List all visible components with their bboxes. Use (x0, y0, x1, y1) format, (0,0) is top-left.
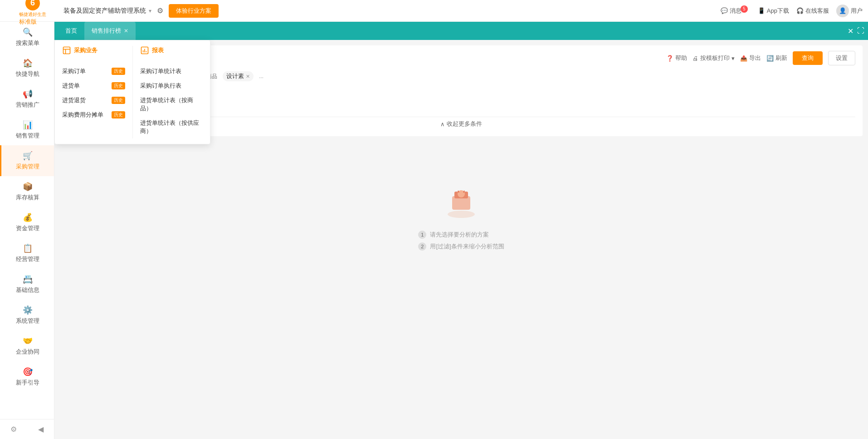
sidebar-item-finance[interactable]: 💰 资金管理 (0, 207, 54, 238)
app-download-btn[interactable]: 📱 App下载 (758, 7, 789, 15)
sidebar-item-guide[interactable]: 🎯 新手引导 (0, 361, 54, 392)
industry-btn[interactable]: 体验行业方案 (169, 4, 219, 18)
sidebar-settings-btn[interactable]: ⚙ (10, 425, 17, 434)
sidebar-label-finance: 资金管理 (16, 224, 39, 232)
sidebar-label-marketing: 营销推广 (16, 101, 39, 109)
sidebar-label-guide: 新手引导 (16, 379, 39, 387)
tab-close-all-btn[interactable]: ✕ (848, 27, 853, 35)
sidebar-item-basic-info[interactable]: 📇 基础信息 (0, 269, 54, 300)
finance-icon: 💰 (23, 212, 33, 222)
logo-icon: 6 (25, 0, 40, 10)
dropdown-item-report-3[interactable]: 进货单统计表（按商品） (140, 93, 203, 116)
sidebar-item-sales[interactable]: 📊 销售管理 (0, 114, 54, 145)
svg-point-0 (448, 211, 475, 218)
header-right: 💬 消息 5 📱 App下载 🎧 在线客服 👤 用户 (721, 5, 863, 17)
dropdown-item-report-1[interactable]: 采购订单统计表 (140, 64, 203, 79)
top-header: 6 畅捷通好生意标准版 装备及固定资产辅助管理系统 ▾ ⚙ 体验行业方案 💬 消… (0, 0, 868, 22)
search-icon: 🔍 (23, 27, 33, 37)
print-dropdown-icon: ▾ (731, 55, 735, 62)
dropdown-item-goods-in[interactable]: 进货单 历史 (62, 79, 125, 93)
sidebar-item-purchase[interactable]: 🛒 采购管理 (0, 145, 54, 176)
dropdown-item-purchase-expense[interactable]: 采购费用分摊单 历史 (62, 108, 125, 122)
hist-tag-goods-return: 历史 (112, 97, 125, 104)
sidebar-label-nav: 快捷导航 (16, 70, 39, 78)
tab-sales-rank[interactable]: 销售排行榜 ✕ (84, 22, 136, 40)
main-layout: 🔍 搜索菜单 🏠 快捷导航 📢 营销推广 📊 销售管理 🛒 采购管理 📦 库存核… (0, 22, 868, 439)
sidebar-label-sales: 销售管理 (16, 132, 39, 140)
sidebar-item-system[interactable]: ⚙️ 系统管理 (0, 300, 54, 330)
export-icon: 📤 (740, 55, 747, 62)
goods-more-link[interactable]: ... (259, 73, 263, 79)
sidebar-item-collab[interactable]: 🤝 企业协同 (0, 330, 54, 361)
sidebar-item-inventory[interactable]: 📦 库存核算 (0, 176, 54, 207)
empty-tip-2: 2 用[过滤]条件来缩小分析范围 (418, 242, 504, 251)
tip-num-1: 1 (418, 231, 426, 239)
inventory-icon: 📦 (23, 182, 33, 192)
report-col: 报表 采购订单统计表 采购订单执行表 进货单统计表（按商品） 进货单统计表（按供… (132, 46, 210, 138)
home-icon: 🏠 (23, 58, 33, 68)
dropdown-item-goods-return[interactable]: 进货退货 历史 (62, 93, 125, 108)
purchase-dropdown-menu: 采购业务 采购订单 历史 进货单 历史 进货退货 历史 采购费用分摊单 历史 (54, 40, 210, 144)
tab-home[interactable]: 首页 (58, 22, 84, 40)
collab-icon: 🤝 (23, 336, 33, 346)
hist-tag-purchase-order: 历史 (112, 68, 125, 75)
sidebar-label-inventory: 库存核算 (16, 193, 39, 202)
purchase-business-title: 采购业务 (62, 46, 125, 59)
sidebar-item-marketing[interactable]: 📢 营销推广 (0, 84, 54, 114)
operations-icon: 📋 (23, 243, 33, 253)
basic-info-icon: 📇 (23, 274, 33, 284)
settings-btn[interactable]: 设置 (828, 51, 855, 65)
message-icon: 💬 (721, 7, 728, 14)
sidebar-item-search[interactable]: 🔍 搜索菜单 (0, 22, 54, 53)
help-btn[interactable]: ❓ 帮助 (666, 54, 687, 62)
purchase-icon: 🛒 (23, 151, 33, 161)
report-title: 报表 (140, 46, 203, 59)
logo-tagline: 畅捷通好生意标准版 (19, 11, 46, 26)
refresh-btn[interactable]: 🔄 刷新 (766, 54, 787, 62)
refresh-icon: 🔄 (766, 55, 774, 62)
tab-bar: 首页 销售排行榜 ✕ ✕ ⛶ (54, 22, 868, 40)
query-btn[interactable]: 查询 (793, 51, 823, 65)
sidebar-item-operations[interactable]: 📋 经营管理 (0, 238, 54, 269)
message-btn[interactable]: 💬 消息 5 (721, 7, 751, 15)
export-btn[interactable]: 📤 导出 (740, 54, 761, 62)
sidebar: 🔍 搜索菜单 🏠 快捷导航 📢 营销推广 📊 销售管理 🛒 采购管理 📦 库存核… (0, 22, 54, 439)
empty-tips: 1 请先选择要分析的方案 2 用[过滤]条件来缩小分析范围 (418, 231, 504, 251)
system-icon: ⚙️ (23, 305, 33, 315)
sidebar-item-nav[interactable]: 🏠 快捷导航 (0, 53, 54, 84)
tab-close-btn[interactable]: ✕ (124, 28, 128, 34)
tab-expand-btn[interactable]: ⛶ (857, 27, 864, 35)
phone-icon: 📱 (758, 7, 765, 14)
tip-num-2: 2 (418, 242, 426, 251)
dropdown-item-purchase-order[interactable]: 采购订单 历史 (62, 64, 125, 79)
empty-illustration (439, 178, 484, 223)
system-title-dropdown[interactable]: ▾ (149, 8, 151, 14)
dropdown-item-report-4[interactable]: 进货单统计表（按供应商） (140, 116, 203, 138)
avatar: 👤 (836, 5, 849, 17)
goods-tag: 设计素 ✕ (223, 71, 254, 81)
sidebar-label-basic-info: 基础信息 (16, 286, 39, 294)
online-service-btn[interactable]: 🎧 在线客服 (796, 7, 829, 15)
sidebar-label-purchase: 采购管理 (16, 163, 39, 171)
system-settings-icon[interactable]: ⚙ (157, 6, 163, 15)
tab-bar-actions: ✕ ⛶ (848, 27, 864, 35)
marketing-icon: 📢 (23, 89, 33, 99)
dropdown-item-report-2[interactable]: 采购订单执行表 (140, 79, 203, 93)
print-icon: 🖨 (692, 55, 698, 62)
print-btn[interactable]: 🖨 按模板打印 ▾ (692, 54, 735, 62)
empty-tip-1: 1 请先选择要分析的方案 (418, 231, 504, 239)
goods-tag-close[interactable]: ✕ (246, 74, 250, 79)
user-btn[interactable]: 👤 用户 (836, 5, 863, 17)
sidebar-collapse-btn[interactable]: ◀ (38, 425, 44, 434)
collapse-icon: ∧ (440, 121, 445, 128)
help-icon: ❓ (666, 55, 673, 62)
sidebar-label-operations: 经营管理 (16, 255, 39, 263)
headset-icon: 🎧 (796, 7, 804, 14)
sidebar-label-collab: 企业协同 (16, 348, 39, 356)
svg-rect-6 (63, 47, 70, 54)
hist-tag-purchase-expense: 历史 (112, 111, 125, 118)
sales-icon: 📊 (23, 120, 33, 130)
empty-state: 1 请先选择要分析的方案 2 用[过滤]条件来缩小分析范围 (60, 142, 863, 287)
logo-area: 6 畅捷通好生意标准版 (5, 0, 60, 26)
sidebar-label-system: 系统管理 (16, 317, 39, 325)
